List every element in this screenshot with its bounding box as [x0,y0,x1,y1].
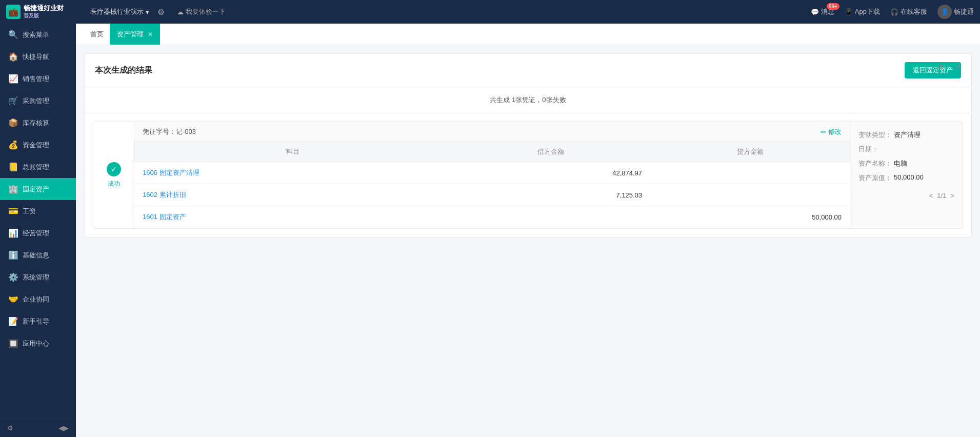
sales-icon: 📈 [8,74,18,84]
content-area: 首页 资产管理 ✕ ✕ ⤢ 本次生成的结果 返回固定资产 [76,24,980,437]
col-debit: 借方金额 [451,142,650,162]
sidebar-label-funds: 资金管理 [23,141,49,150]
sidebar-item-system[interactable]: ⚙️ 系统管理 [0,266,76,288]
pagination-current: 1/1 [937,192,946,200]
sidebar-label-sales: 销售管理 [23,74,49,84]
online-service-nav[interactable]: 🎧 在线客服 [890,7,927,16]
sidebar-label-system: 系统管理 [23,273,49,282]
sidebar-label-fixed-assets: 固定资产 [23,185,49,194]
original-value-value: 50,000.00 [894,173,924,183]
sidebar-label-quick-nav: 快捷导航 [23,52,49,62]
enterprise-icon: 🤝 [8,294,18,304]
expand-button[interactable]: ⤢ [950,60,965,74]
asset-name-value: 电脑 [894,159,907,168]
next-button[interactable]: > [950,192,954,200]
tab-home[interactable]: 首页 [84,24,110,45]
experience-label: 我要体验一下 [186,7,226,16]
app-name: 畅捷通好业财 [24,4,64,12]
asset-name-label: 资产名称： [858,159,892,168]
sidebar-item-operations[interactable]: 📊 经营管理 [0,222,76,244]
search-icon: 🔍 [8,30,18,39]
payroll-icon: 💳 [8,206,18,216]
debit-cell-2: 7,125.03 [451,184,650,206]
account-cell-3: 1601 固定资产 [134,206,451,228]
topbar-right: 💬 消息 99+ 📱 App下载 🎧 在线客服 👤 畅捷通 [811,5,974,19]
purchase-icon: 🛒 [8,96,18,106]
overlay-controls: ✕ ⤢ [933,60,965,74]
user-name: 畅捷通 [954,7,974,16]
main-layout: 🔍 搜索菜单 🏠 快捷导航 📈 销售管理 🛒 采购管理 📦 库存核算 💰 资金管… [0,24,980,437]
voucher-main: 凭证字号：记-003 ✏ 修改 科目 借方金额 贷方 [134,122,850,228]
sidebar-label-operations: 经营管理 [23,229,49,238]
sidebar-label-purchase: 采购管理 [23,96,49,106]
app-logo: 💼 畅捷通好业财 普及版 [6,4,82,19]
voucher-number: 凭证字号：记-003 [143,127,196,136]
experience-button[interactable]: ☁ 我要体验一下 [177,7,226,16]
logo-icon: 💼 [6,5,21,19]
change-type-row: 变动类型： 资产清理 [858,130,954,140]
original-value-label: 资产原值： [858,173,892,183]
sidebar-label-ledger: 总账管理 [23,163,49,172]
original-value-row: 资产原值： 50,000.00 [858,173,954,183]
edit-button[interactable]: ✏ 修改 [821,127,842,136]
sidebar-bottom: ⚙ ◀▶ [0,419,76,437]
sidebar-item-search[interactable]: 🔍 搜索菜单 [0,24,76,46]
sidebar-item-basic-info[interactable]: ℹ️ 基础信息 [0,244,76,266]
sidebar-item-payroll[interactable]: 💳 工资 [0,200,76,222]
message-icon: 💬 [811,8,819,16]
sidebar-item-apps[interactable]: 🔲 应用中心 [0,332,76,354]
sidebar-item-purchase[interactable]: 🛒 采购管理 [0,90,76,112]
voucher-table: 科目 借方金额 贷方金额 1606 固定资产清理 42,874.97 [134,142,850,228]
sidebar-label-payroll: 工资 [23,207,36,216]
avatar: 👤 [937,5,952,19]
edit-label: 修改 [828,127,842,136]
inventory-icon: 📦 [8,118,18,128]
sidebar-label-apps: 应用中心 [23,339,49,348]
sidebar: 🔍 搜索菜单 🏠 快捷导航 📈 销售管理 🛒 采购管理 📦 库存核算 💰 资金管… [0,24,76,437]
settings-icon[interactable]: ⚙ [7,424,13,432]
table-row: 1602 累计折旧 7,125.03 [134,184,850,206]
page-content: ✕ ⤢ 本次生成的结果 返回固定资产 共生成 1张凭证，0张失败 ✓ 成功 [76,45,980,437]
tab-close-icon[interactable]: ✕ [148,31,153,38]
inner-panel: ✕ ⤢ 本次生成的结果 返回固定资产 共生成 1张凭证，0张失败 ✓ 成功 [84,53,972,237]
operations-icon: 📊 [8,228,18,238]
table-row: 1601 固定资产 50,000.00 [134,206,850,228]
sidebar-item-quick-nav[interactable]: 🏠 快捷导航 [0,46,76,68]
messages-nav[interactable]: 💬 消息 99+ [811,7,834,16]
tab-assets-mgmt[interactable]: 资产管理 ✕ [110,24,160,45]
app-download-label: App下载 [855,7,880,16]
page-title: 本次生成的结果 [95,65,152,76]
company-selector[interactable]: 医疗器械行业演示 ▾ [90,7,149,16]
funds-icon: 💰 [8,140,18,150]
sidebar-label-enterprise: 企业协同 [23,295,49,304]
voucher-header-row: 凭证字号：记-003 ✏ 修改 [134,122,850,142]
voucher-right-panel: 变动类型： 资产清理 日期： 资产名称： 电脑 资产原值： [850,122,963,228]
ledger-icon: 📒 [8,162,18,172]
online-service-label: 在线客服 [901,7,927,16]
topbar-center: 医疗器械行业演示 ▾ ⚙ ☁ 我要体验一下 [82,7,811,17]
tab-home-label: 首页 [90,30,104,39]
account-cell-1: 1606 固定资产清理 [134,162,451,184]
messages-badge: 99+ [827,3,839,10]
col-account: 科目 [134,142,451,162]
sidebar-item-sales[interactable]: 📈 销售管理 [0,68,76,90]
sidebar-label-search: 搜索菜单 [23,30,49,39]
gear-icon[interactable]: ⚙ [157,7,165,17]
sidebar-item-fixed-assets[interactable]: 🏢 固定资产 [0,178,76,200]
sidebar-item-ledger[interactable]: 📒 总账管理 [0,156,76,178]
user-nav[interactable]: 👤 畅捷通 [937,5,974,19]
sidebar-item-guide[interactable]: 📝 新手引导 [0,310,76,332]
headset-icon: 🎧 [890,8,898,16]
status-column: ✓ 成功 [93,122,134,228]
sidebar-item-funds[interactable]: 💰 资金管理 [0,134,76,156]
app-download-nav[interactable]: 📱 App下载 [845,7,880,16]
cloud-icon: ☁ [177,8,184,16]
sidebar-item-enterprise[interactable]: 🤝 企业协同 [0,288,76,310]
collapse-icon[interactable]: ◀▶ [58,424,69,432]
tab-assets-label: 资产管理 [117,30,144,39]
close-button[interactable]: ✕ [933,60,948,74]
sidebar-item-inventory[interactable]: 📦 库存核算 [0,112,76,134]
pagination-row: < 1/1 > [858,188,954,200]
guide-icon: 📝 [8,316,18,326]
prev-button[interactable]: < [929,192,933,200]
